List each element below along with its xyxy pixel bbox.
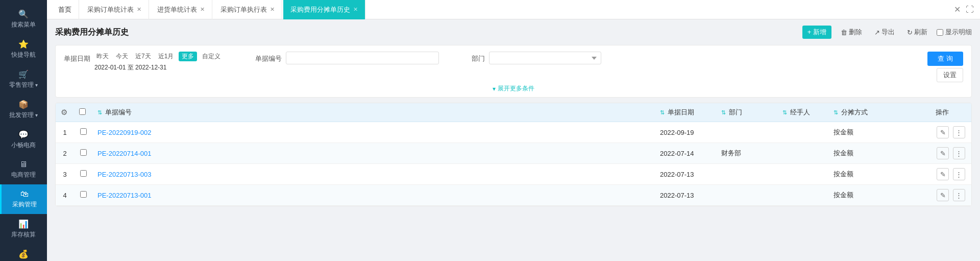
- filter-actions: 查 询 设置: [927, 52, 963, 82]
- table-row: 4 PE-20220713-001 2022-07-13 按金额 ✎ ⋮: [56, 185, 971, 206]
- show-cols-toggle[interactable]: 显示明细: [937, 28, 972, 37]
- sidebar-item-search[interactable]: 🔍 搜索菜单: [0, 4, 47, 34]
- maximize-icon[interactable]: ⛶: [966, 5, 974, 14]
- row-more-1[interactable]: ⋮: [953, 147, 965, 159]
- sidebar-item-ecommerce[interactable]: 🖥 电商管理: [0, 155, 47, 184]
- tab-home[interactable]: 首页: [51, 0, 79, 19]
- row-dept-1: 财务部: [716, 143, 777, 164]
- col-header-settings: ⚙: [56, 103, 74, 122]
- row-date-0: 2022-09-19: [655, 122, 716, 143]
- tag-1month[interactable]: 近1月: [156, 52, 176, 61]
- table-row: 3 PE-20220713-003 2022-07-13 按金额 ✎ ⋮: [56, 164, 971, 185]
- toolbar: + 新增 🗑 删除 ↗ 导出 ↻ 刷新 显示明细: [802, 26, 972, 39]
- row-checkbox-2[interactable]: [74, 164, 92, 185]
- row-select-2[interactable]: [80, 170, 87, 177]
- row-select-3[interactable]: [80, 191, 87, 198]
- tag-7days[interactable]: 近7天: [133, 52, 153, 61]
- close-tab-inbound-stats[interactable]: ✕: [200, 6, 205, 13]
- row-more-0[interactable]: ⋮: [953, 126, 965, 138]
- dept-select[interactable]: 财务部: [489, 52, 601, 64]
- tab-purchase-order-exec[interactable]: 采购订单执行表 ✕: [213, 0, 282, 19]
- sidebar-item-inventory[interactable]: 📊 库存核算: [0, 214, 47, 244]
- dept-filter-label: 部门: [472, 52, 485, 63]
- sidebar-item-wholesale[interactable]: 📦 批发管理 ▾: [0, 94, 47, 125]
- col-header-handler[interactable]: ⇅ 经手人: [777, 103, 828, 122]
- delete-button[interactable]: 🗑 删除: [838, 26, 865, 39]
- expand-more-section: ▾ 展开更多条件: [64, 84, 963, 93]
- table-settings-icon[interactable]: ⚙: [61, 108, 67, 116]
- tag-custom[interactable]: 自定义: [200, 52, 223, 61]
- query-button[interactable]: 查 询: [927, 52, 963, 66]
- row-select-0[interactable]: [80, 128, 87, 135]
- row-ops-1: ✎ ⋮: [930, 143, 971, 164]
- refresh-button[interactable]: ↻ 刷新: [904, 26, 930, 39]
- retail-icon: 🛒: [2, 69, 45, 79]
- tab-bar: 首页 采购订单统计表 ✕ 进货单统计表 ✕ 采购订单执行表 ✕ 采购费用分摊单历…: [47, 0, 980, 19]
- col-header-checkbox: [74, 103, 92, 122]
- row-checkbox-1[interactable]: [74, 143, 92, 164]
- tag-today[interactable]: 今天: [114, 52, 130, 61]
- col-header-dept[interactable]: ⇅ 部门: [716, 103, 777, 122]
- add-button[interactable]: + 新增: [802, 26, 831, 39]
- tag-more[interactable]: 更多: [179, 52, 197, 61]
- close-tab-purchase-order-exec[interactable]: ✕: [270, 6, 275, 13]
- row-edit-1[interactable]: ✎: [937, 147, 949, 159]
- docno-input[interactable]: [286, 52, 439, 64]
- tab-purchase-order-stats[interactable]: 采购订单统计表 ✕: [80, 0, 149, 19]
- sidebar-item-wechat[interactable]: 💬 小畅电商: [0, 125, 47, 155]
- sidebar-item-quicknav[interactable]: ⭐ 快捷导航: [0, 34, 47, 64]
- col-header-date[interactable]: ⇅ 单据日期: [655, 103, 716, 122]
- tab-purchase-cost-history[interactable]: 采购费用分摊单历史 ✕: [283, 0, 365, 19]
- tag-yesterday[interactable]: 昨天: [94, 52, 111, 61]
- export-button[interactable]: ↗ 导出: [871, 26, 898, 39]
- close-tab-purchase-cost-history[interactable]: ✕: [353, 6, 358, 13]
- row-date-1: 2022-07-14: [655, 143, 716, 164]
- row-method-3: 按金额: [828, 185, 930, 206]
- page-content-area: 采购费用分摊单历史 + 新增 🗑 删除 ↗ 导出 ↻ 刷新 显示明细: [47, 19, 980, 261]
- row-checkbox-3[interactable]: [74, 185, 92, 206]
- row-docno-1: PE-20220714-001: [92, 143, 655, 164]
- row-dept-0: [716, 122, 777, 143]
- col-header-docno[interactable]: ⇅ 单据编号: [92, 103, 655, 122]
- docno-link-1[interactable]: PE-20220714-001: [97, 150, 152, 157]
- docno-link-2[interactable]: PE-20220713-003: [97, 171, 152, 178]
- select-all-checkbox[interactable]: [79, 108, 86, 115]
- close-all-tabs-icon[interactable]: ✕: [954, 5, 961, 14]
- docno-filter-section: 单据编号: [255, 52, 439, 64]
- expand-more-button[interactable]: ▾ 展开更多条件: [493, 84, 534, 93]
- sidebar-item-retail[interactable]: 🛒 零售管理 ▾: [0, 64, 47, 94]
- sidebar-item-purchase[interactable]: 🛍 采购管理: [0, 184, 47, 214]
- row-date-2: 2022-07-13: [655, 164, 716, 185]
- tab-bar-actions: ✕ ⛶: [954, 5, 974, 14]
- page-header: 采购费用分摊单历史 + 新增 🗑 删除 ↗ 导出 ↻ 刷新 显示明细: [55, 26, 972, 39]
- row-ops-0: ✎ ⋮: [930, 122, 971, 143]
- row-edit-3[interactable]: ✎: [937, 189, 949, 201]
- table-row: 2 PE-20220714-001 2022-07-14 财务部 按金额 ✎ ⋮: [56, 143, 971, 164]
- row-num-1: 2: [56, 143, 74, 164]
- col-header-method[interactable]: ⇅ 分摊方式: [828, 103, 930, 122]
- row-edit-2[interactable]: ✎: [937, 168, 949, 180]
- close-tab-purchase-order-stats[interactable]: ✕: [137, 6, 141, 13]
- tab-inbound-stats[interactable]: 进货单统计表 ✕: [150, 0, 212, 19]
- row-dept-2: [716, 164, 777, 185]
- filter-settings-button[interactable]: 设置: [937, 68, 963, 82]
- row-more-2[interactable]: ⋮: [953, 168, 965, 180]
- show-cols-checkbox[interactable]: [937, 29, 943, 36]
- dept-filter-section: 部门 财务部: [472, 52, 915, 64]
- delete-icon: 🗑: [841, 29, 847, 36]
- sort-date-icon: ⇅: [660, 109, 665, 115]
- row-select-1[interactable]: [80, 149, 87, 156]
- row-handler-2: [777, 164, 828, 185]
- row-num-2: 3: [56, 164, 74, 185]
- row-checkbox-0[interactable]: [74, 122, 92, 143]
- row-edit-0[interactable]: ✎: [937, 126, 949, 138]
- finance-icon: 💰: [2, 249, 45, 259]
- search-icon: 🔍: [2, 9, 45, 19]
- sidebar-item-finance[interactable]: 💰 资金管理: [0, 244, 47, 261]
- docno-link-0[interactable]: PE-20220919-002: [97, 129, 152, 136]
- date-filter-section: 单据日期 昨天 今天 近7天 近1月 更多 自定义 2022-01-01 至 2…: [64, 52, 223, 72]
- docno-link-3[interactable]: PE-20220713-001: [97, 192, 152, 199]
- records-table: ⚙ ⇅ 单据编号 ⇅ 单据日期: [56, 103, 971, 206]
- row-more-3[interactable]: ⋮: [953, 189, 965, 201]
- row-handler-3: [777, 185, 828, 206]
